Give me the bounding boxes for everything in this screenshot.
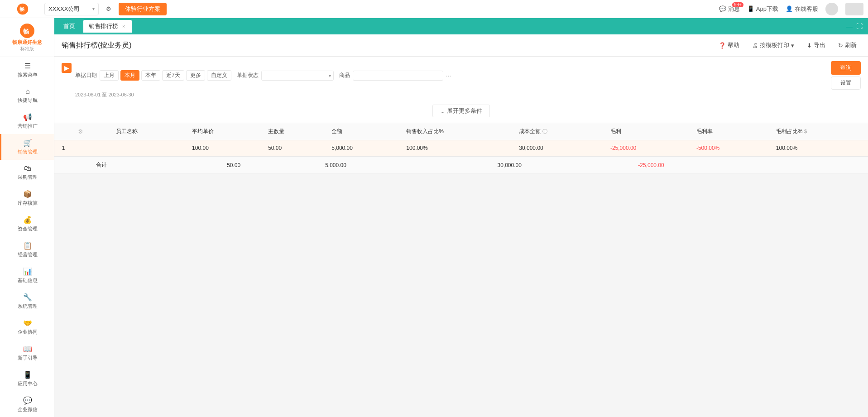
status-label: 单据状态 [237, 72, 259, 79]
th-sales-pct: 销售收入占比% [401, 123, 513, 140]
settings-button[interactable]: 设置 [831, 77, 861, 90]
tab-bar: 首页 销售排行榜 × — ⛶ [54, 18, 868, 34]
tab-home[interactable]: 首页 [56, 18, 82, 34]
cell-index: 1 [54, 140, 72, 156]
sidebar-item-purchase[interactable]: 🛍 采购管理 [0, 160, 54, 185]
last7days-btn[interactable]: 近7天 [162, 70, 184, 81]
tab-minimize-icon[interactable]: — [846, 23, 853, 30]
page-header: 销售排行榜(按业务员) ❓ 帮助 🖨 按模板打印 ▾ ⬇ 导出 [54, 34, 868, 57]
sidebar-item-system[interactable]: 🔧 系统管理 [0, 288, 54, 314]
sidebar-item-label: 资金管理 [18, 225, 38, 232]
sidebar-item-corp-collab[interactable]: 🤝 企业协同 [0, 314, 54, 340]
this-month-btn[interactable]: 本月 [120, 70, 139, 81]
top-bar: 畅 XXXXX公司 ▾ ⚙ 体验行业方案 💬 消息 99+ 📱 App下载 👤 … [0, 0, 868, 18]
export-icon: ⬇ [807, 42, 812, 49]
th-qty: 主数量 [263, 123, 326, 140]
table-settings-icon[interactable]: ⚙ [78, 128, 83, 135]
status-select[interactable] [261, 71, 334, 81]
sidebar-item-marketing[interactable]: 📢 营销推广 [0, 108, 54, 134]
chevron-down-icon: ▾ [92, 6, 95, 11]
user-name-area[interactable] [845, 3, 863, 15]
company-selector[interactable]: XXXXX公司 ▾ [44, 3, 99, 15]
page-title: 销售排行榜(按业务员) [62, 41, 132, 50]
expand-more-button[interactable]: ⌄ 展开更多条件 [432, 105, 490, 117]
table-row: 1 100.00 50.00 5,000.00 100.00% 30,000.0… [54, 140, 868, 156]
custom-btn[interactable]: 自定义 [207, 70, 231, 81]
tab-close-button[interactable]: × [121, 23, 126, 29]
query-button[interactable]: 查询 [831, 61, 861, 75]
sidebar-item-search[interactable]: ☰ 搜索菜单 [0, 57, 54, 83]
online-service-button[interactable]: 👤 在线客服 [786, 5, 818, 13]
footer-label: 合计 [91, 157, 178, 174]
export-button[interactable]: ⬇ 导出 [803, 39, 830, 52]
app-download-label: App下载 [756, 5, 778, 13]
print-button[interactable]: 🖨 按模板打印 ▾ [748, 39, 798, 52]
sidebar-brand: 畅 畅康通好生意 标准版 [0, 18, 54, 57]
goods-more-icon[interactable]: ··· [446, 72, 451, 79]
download-icon: 📱 [747, 5, 754, 12]
footer-row: 合计 50.00 5,000.00 30,000.00 -25,000.00 [54, 157, 868, 174]
sidebar-item-label: 销售管理 [18, 149, 38, 155]
th-settings: ⚙ [72, 123, 110, 140]
help-label: 帮助 [728, 41, 739, 49]
system-icon: 🔧 [23, 293, 32, 302]
filter-date: 单据日期 上月 本月 本年 近7天 更多 自定义 [75, 70, 231, 81]
main-layout: 畅 畅康通好生意 标准版 ☰ 搜索菜单 ⌂ 快捷导航 📢 营销推广 🛒 销售管理… [0, 18, 868, 417]
footer-gross-margin [781, 157, 824, 174]
sidebar-item-label: 基础信息 [18, 277, 38, 284]
th-avg-price: 平均单价 [187, 123, 263, 140]
help-button[interactable]: ❓ 帮助 [715, 39, 743, 52]
export-label: 导出 [814, 41, 825, 49]
company-name: XXXXX公司 [48, 5, 91, 13]
sidebar-item-corp-wechat[interactable]: 💬 企业微信 [0, 392, 54, 417]
sidebar-item-inventory[interactable]: 📦 库存核算 [0, 185, 54, 211]
date-range-text: 2023-06-01 至 2023-06-30 [75, 92, 134, 97]
footer-table: 合计 50.00 5,000.00 30,000.00 -25,000.00 [54, 157, 868, 174]
filter-expand-btn[interactable]: ▶ [62, 63, 72, 73]
sidebar-item-quick-nav[interactable]: ⌂ 快捷导航 [0, 83, 54, 108]
finance-icon: 💰 [23, 216, 32, 224]
sidebar-item-app-center[interactable]: 📱 应用中心 [0, 366, 54, 392]
page-content: 销售排行榜(按业务员) ❓ 帮助 🖨 按模板打印 ▾ ⬇ 导出 [54, 34, 868, 417]
sidebar-item-label: 快捷导航 [18, 97, 38, 104]
table-footer: 合计 50.00 5,000.00 30,000.00 -25,000.00 [54, 156, 868, 174]
trial-button[interactable]: 体验行业方案 [119, 3, 167, 15]
goods-input[interactable] [353, 71, 443, 81]
sidebar-item-label: 搜索菜单 [18, 72, 38, 78]
tab-maximize-icon[interactable]: ⛶ [856, 23, 863, 30]
settings-button[interactable]: ⚙ [102, 3, 115, 15]
message-button[interactable]: 💬 消息 99+ [719, 5, 740, 13]
more-btn[interactable]: 更多 [186, 70, 205, 81]
table-container: ⚙ 员工名称 平均单价 主数量 全额 销售收入占比% 成本全额 ⓘ 毛利 毛利率… [54, 123, 868, 156]
cell-avg-price: 100.00 [187, 140, 263, 156]
tab-active[interactable]: 销售排行榜 × [83, 20, 132, 33]
filter-section: ▶ 单据日期 上月 本月 本年 近7天 [54, 57, 868, 123]
prev-month-btn[interactable]: 上月 [100, 70, 119, 81]
this-year-btn[interactable]: 本年 [141, 70, 160, 81]
footer-sales-pct [448, 157, 492, 174]
avatar[interactable] [825, 3, 838, 15]
cell-gross-margin: -500.00% [691, 140, 771, 156]
cell-settings [72, 140, 110, 156]
app-center-icon: 📱 [23, 370, 32, 379]
app-download-button[interactable]: 📱 App下载 [747, 5, 778, 13]
sidebar-item-sales[interactable]: 🛒 销售管理 [0, 134, 54, 160]
refresh-button[interactable]: ↻ 刷新 [834, 39, 861, 52]
home-icon: ⌂ [25, 87, 30, 96]
gear-icon: ⚙ [106, 5, 111, 12]
cell-qty: 50.00 [263, 140, 326, 156]
message-badge: 99+ [732, 2, 743, 7]
search-menu-icon: ☰ [24, 62, 31, 70]
sidebar-item-operations[interactable]: 📋 经营管理 [0, 237, 54, 263]
sidebar-item-guide[interactable]: 📖 新手引导 [0, 340, 54, 366]
cost-info-icon: ⓘ [542, 129, 547, 134]
gross-pct-info-icon: $ [804, 129, 807, 134]
sidebar-logo-area: 畅 [5, 3, 41, 15]
sidebar-item-finance[interactable]: 💰 资金管理 [0, 211, 54, 237]
footer-avg [178, 157, 221, 174]
cell-cost: 30,000.00 [513, 140, 605, 156]
sidebar-item-label: 新手引导 [18, 355, 38, 361]
sidebar: 畅 畅康通好生意 标准版 ☰ 搜索菜单 ⌂ 快捷导航 📢 营销推广 🛒 销售管理… [0, 18, 54, 417]
sidebar-item-basic-info[interactable]: 📊 基础信息 [0, 263, 54, 288]
marketing-icon: 📢 [23, 113, 32, 121]
